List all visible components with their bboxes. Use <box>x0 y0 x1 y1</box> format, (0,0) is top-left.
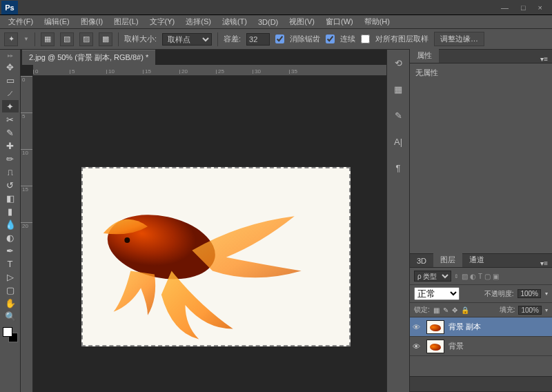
sample-size-select[interactable]: 取样点 <box>162 33 212 46</box>
blend-mode-select[interactable]: 正常 <box>414 287 460 300</box>
contiguous-checkbox[interactable] <box>326 35 335 43</box>
brush-tool[interactable]: ✏ <box>2 153 19 165</box>
crop-tool[interactable]: ✂ <box>2 113 19 126</box>
panel-menu-icon[interactable]: ▾≡ <box>536 259 552 267</box>
menu-3d[interactable]: 3D(D) <box>254 17 282 28</box>
selection-intersect-icon[interactable]: ▩ <box>99 32 112 46</box>
canvas-wrap: 0 5 10 15 20 25 30 35 0 5 10 15 20 <box>21 65 386 392</box>
color-swatches[interactable] <box>3 327 18 342</box>
filter-adjust-icon[interactable]: ◐ <box>470 273 476 280</box>
tolerance-input[interactable] <box>246 33 270 46</box>
history-brush-tool[interactable]: ↺ <box>2 179 19 191</box>
minimize-button[interactable]: — <box>501 3 509 12</box>
canvas-content <box>83 168 349 346</box>
layer-item[interactable]: 👁 背景 <box>410 337 552 356</box>
layer-name[interactable]: 背景 <box>448 341 464 351</box>
type-tool[interactable]: T <box>2 257 19 270</box>
layer-thumbnail[interactable] <box>426 320 444 334</box>
chevron-down-icon[interactable]: ▾ <box>545 307 548 313</box>
lock-pixels-icon[interactable]: ✎ <box>443 306 448 314</box>
filter-pixel-icon[interactable]: ▧ <box>462 273 468 280</box>
swatches-icon[interactable]: ▦ <box>391 83 406 95</box>
eyedropper-tool[interactable]: ✎ <box>2 126 19 139</box>
fill-value[interactable]: 100% <box>518 306 542 315</box>
menu-help[interactable]: 帮助(H) <box>360 15 394 28</box>
layer-name[interactable]: 背景 副本 <box>448 322 481 332</box>
hand-tool[interactable]: ✋ <box>2 297 19 309</box>
eraser-tool[interactable]: ◧ <box>2 192 19 204</box>
history-icon[interactable]: ⟲ <box>391 57 406 69</box>
lock-position-icon[interactable]: ✥ <box>452 306 457 314</box>
visibility-icon[interactable]: 👁 <box>413 323 422 331</box>
filter-type-icon[interactable]: T <box>478 273 482 280</box>
collapse-icon[interactable]: ▸▸ <box>8 52 13 59</box>
pen-tool[interactable]: ✒ <box>2 244 19 257</box>
zoom-tool[interactable]: 🔍 <box>2 310 19 322</box>
document-area: 2.jpg @ 50% (背景 副本, RGB/8#) * 0 5 10 15 … <box>21 50 386 392</box>
filter-smart-icon[interactable]: ▣ <box>493 273 499 280</box>
magic-wand-tool[interactable]: ✦ <box>2 100 19 112</box>
menu-edit[interactable]: 编辑(E) <box>40 15 74 28</box>
lasso-tool[interactable]: ⟋ <box>2 87 19 99</box>
brushes-icon[interactable]: ✎ <box>391 109 406 121</box>
character-icon[interactable]: A| <box>391 135 406 148</box>
lock-transparency-icon[interactable]: ▦ <box>433 306 440 314</box>
selection-new-icon[interactable]: ▦ <box>41 32 55 46</box>
layer-kind-select[interactable]: ρ 类型 <box>414 271 451 282</box>
menu-image[interactable]: 图像(I) <box>77 15 107 28</box>
ruler-tick: 25 <box>216 70 253 74</box>
layers-list: 👁 背景 副本 👁 背景 <box>410 317 552 376</box>
tab-3d[interactable]: 3D <box>410 255 433 267</box>
healing-tool[interactable]: ✚ <box>2 139 19 152</box>
layer-thumbnail[interactable] <box>426 340 444 353</box>
filter-dropdown-icon[interactable]: ⇕ <box>454 273 459 280</box>
tab-properties[interactable]: 属性 <box>410 48 439 63</box>
svg-point-1 <box>124 237 130 243</box>
shape-tool[interactable]: ▢ <box>2 284 19 296</box>
chevron-down-icon[interactable]: ▾ <box>545 291 548 297</box>
foreground-swatch[interactable] <box>3 327 12 337</box>
ruler-tick: 10 <box>106 70 143 74</box>
all-layers-checkbox[interactable] <box>361 35 370 43</box>
tab-layers[interactable]: 图层 <box>433 253 462 267</box>
antialias-checkbox[interactable] <box>275 35 284 43</box>
menu-filter[interactable]: 滤镜(T) <box>218 15 251 28</box>
refine-edge-button[interactable]: 调整边缘… <box>434 32 484 46</box>
document-tab[interactable]: 2.jpg @ 50% (背景 副本, RGB/8#) * <box>22 50 155 65</box>
paragraph-icon[interactable]: ¶ <box>391 161 406 174</box>
menu-window[interactable]: 窗口(W) <box>322 15 357 28</box>
all-layers-label: 对所有图层取样 <box>375 34 428 44</box>
menu-select[interactable]: 选择(S) <box>181 15 215 28</box>
blur-tool[interactable]: 💧 <box>2 218 19 231</box>
menu-file[interactable]: 文件(F) <box>4 15 37 28</box>
selection-add-icon[interactable]: ▧ <box>60 32 74 46</box>
ruler-tick: 0 <box>21 76 32 112</box>
canvas[interactable] <box>81 167 351 346</box>
dodge-tool[interactable]: ◐ <box>2 231 19 244</box>
panel-menu-icon[interactable]: ▾≡ <box>536 55 552 63</box>
ruler-horizontal: 0 5 10 15 20 25 30 35 <box>33 65 386 76</box>
menu-type[interactable]: 文字(Y) <box>146 15 179 28</box>
selection-subtract-icon[interactable]: ▨ <box>79 32 93 46</box>
opacity-label: 不透明度: <box>484 289 514 299</box>
chevron-down-icon[interactable]: ▼ <box>23 36 29 42</box>
layer-item[interactable]: 👁 背景 副本 <box>410 317 552 337</box>
path-tool[interactable]: ▷ <box>2 271 19 283</box>
menu-view[interactable]: 视图(V) <box>285 15 319 28</box>
maximize-button[interactable]: □ <box>521 3 526 12</box>
gradient-tool[interactable]: ▮ <box>2 205 19 217</box>
visibility-icon[interactable]: 👁 <box>413 342 422 351</box>
tab-channels[interactable]: 通道 <box>462 253 491 267</box>
move-tool[interactable]: ✥ <box>2 61 19 73</box>
menu-layer[interactable]: 图层(L) <box>110 15 142 28</box>
stamp-tool[interactable]: ⎍ <box>2 166 19 178</box>
magic-wand-icon[interactable]: ✦ <box>4 32 18 46</box>
close-button[interactable]: × <box>538 3 542 12</box>
opacity-value[interactable]: 100% <box>518 289 541 298</box>
lock-all-icon[interactable]: 🔒 <box>461 306 469 314</box>
options-bar: ✦ ▼ ▦ ▧ ▨ ▩ 取样大小: 取样点 容差: 消除锯齿 连续 对所有图层取… <box>0 29 552 50</box>
filter-shape-icon[interactable]: ▢ <box>484 273 491 280</box>
marquee-tool[interactable]: ▭ <box>2 74 19 86</box>
layers-footer <box>410 376 552 391</box>
ruler-tick: 15 <box>143 70 179 74</box>
